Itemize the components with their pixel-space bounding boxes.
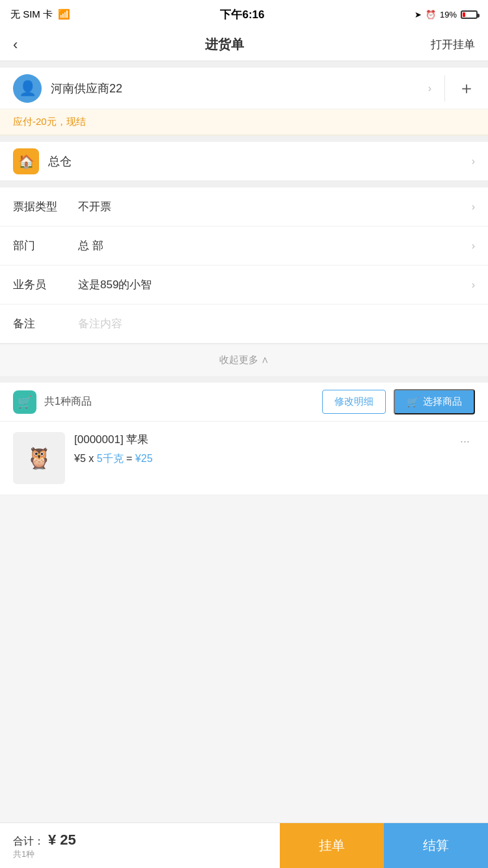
sales-chevron-icon: › — [472, 279, 475, 291]
supplier-name: 河南供应商22 — [51, 81, 428, 96]
hang-order-button[interactable]: 挂单 — [280, 823, 384, 869]
unit-price: ¥5 — [74, 453, 86, 464]
bottom-spacer — [0, 495, 488, 547]
equals-sign: = — [126, 453, 135, 464]
status-time: 下午6:16 — [220, 7, 264, 22]
sales-label: 业务员 — [13, 277, 72, 292]
supplier-row[interactable]: 👤 河南供应商22 › ＋ — [0, 68, 488, 109]
product-section: 🛒 共1种商品 修改明细 🛒 选择商品 🦉 [0000001] 苹果 ¥5 x … — [0, 383, 488, 495]
multiply-sign: x — [88, 453, 96, 464]
nav-bar: ‹ 进货单 打开挂单 — [0, 29, 488, 61]
product-header: 🛒 共1种商品 修改明细 🛒 选择商品 — [0, 383, 488, 422]
quantity: 5千克 — [97, 453, 124, 464]
divider-2 — [0, 181, 488, 187]
sales-value: 这是859的小智 — [72, 277, 472, 292]
product-price-row: ¥5 x 5千克 = ¥25 — [74, 452, 455, 466]
warehouse-row[interactable]: 🏠 总仓 › — [0, 142, 488, 181]
avatar: 👤 — [13, 74, 42, 103]
dept-chevron-icon: › — [472, 240, 475, 252]
product-total: ¥25 — [135, 453, 153, 464]
product-thumbnail: 🦉 — [13, 432, 65, 484]
invoice-chevron-icon: › — [472, 201, 475, 213]
modify-detail-button[interactable]: 修改明细 — [322, 390, 386, 414]
status-left: 无 SIM 卡 📶 — [10, 8, 70, 21]
total-label-row: 合计： ¥ 25 — [13, 832, 267, 848]
dept-row[interactable]: 部门 总 部 › — [0, 226, 488, 265]
open-hang-button[interactable]: 打开挂单 — [431, 37, 475, 52]
warehouse-section: 🏠 总仓 › — [0, 142, 488, 181]
remark-placeholder: 备注内容 — [72, 316, 475, 331]
status-right: ➤ ⏰ 19% — [414, 10, 478, 20]
total-amount: ¥ 25 — [48, 832, 76, 848]
more-options-button[interactable]: ··· — [455, 432, 475, 451]
product-info: [0000001] 苹果 ¥5 x 5千克 = ¥25 — [74, 432, 455, 466]
wifi-icon: 📶 — [58, 8, 70, 20]
warehouse-icon-wrap: 🏠 — [13, 148, 39, 174]
product-cart-icon: 🛒 — [18, 395, 32, 409]
product-item: 🦉 [0000001] 苹果 ¥5 x 5千克 = ¥25 ··· — [0, 422, 488, 495]
sales-row[interactable]: 业务员 这是859的小智 › — [0, 265, 488, 305]
chevron-right-icon: › — [428, 83, 431, 94]
form-section: 票据类型 不开票 › 部门 总 部 › 业务员 这是859的小智 › 备注 备注… — [0, 187, 488, 376]
divider-1 — [0, 135, 488, 142]
battery-text: 19% — [440, 10, 457, 20]
status-bar: 无 SIM 卡 📶 下午6:16 ➤ ⏰ 19% — [0, 0, 488, 29]
alert-banner: 应付-20元，现结 — [0, 109, 488, 135]
select-cart-icon: 🛒 — [407, 396, 419, 408]
house-icon: 🏠 — [18, 154, 34, 169]
dept-label: 部门 — [13, 238, 72, 253]
total-count: 共1种 — [13, 848, 267, 860]
product-name: [0000001] 苹果 — [74, 432, 455, 447]
product-owl-icon: 🦉 — [26, 446, 52, 470]
warehouse-name: 总仓 — [48, 154, 472, 169]
battery-icon — [461, 10, 478, 19]
bottom-bar: 合计： ¥ 25 共1种 挂单 结算 — [0, 822, 488, 868]
select-product-label: 选择商品 — [423, 396, 462, 408]
add-button[interactable]: ＋ — [458, 77, 475, 100]
checkout-button[interactable]: 结算 — [384, 823, 488, 869]
product-icon-wrap: 🛒 — [13, 390, 36, 414]
product-count: 共1种商品 — [44, 395, 322, 409]
back-button[interactable]: ‹ — [13, 36, 18, 53]
invoice-label: 票据类型 — [13, 199, 72, 214]
collapse-row[interactable]: 收起更多 ∧ — [0, 344, 488, 376]
dept-value: 总 部 — [72, 238, 472, 253]
product-id: [0000001] — [74, 433, 124, 446]
supplier-section: 👤 河南供应商22 › ＋ 应付-20元，现结 — [0, 68, 488, 135]
vertical-divider — [444, 75, 445, 102]
invoice-row[interactable]: 票据类型 不开票 › — [0, 187, 488, 226]
invoice-value: 不开票 — [72, 199, 472, 214]
location-icon: ➤ — [414, 10, 422, 20]
warehouse-chevron-icon: › — [472, 156, 475, 167]
product-title: 苹果 — [126, 433, 148, 446]
total-label: 合计： — [13, 835, 44, 848]
alarm-icon: ⏰ — [426, 10, 436, 20]
total-section: 合计： ¥ 25 共1种 — [0, 832, 280, 860]
top-divider — [0, 61, 488, 68]
page-title: 进货单 — [205, 36, 244, 53]
avatar-icon: 👤 — [19, 80, 36, 97]
collapse-label: 收起更多 ∧ — [219, 354, 269, 366]
alert-text: 应付-20元，现结 — [13, 116, 86, 127]
select-product-button[interactable]: 🛒 选择商品 — [394, 389, 475, 414]
remark-row[interactable]: 备注 备注内容 — [0, 305, 488, 344]
remark-label: 备注 — [13, 316, 72, 331]
divider-3 — [0, 376, 488, 383]
carrier-text: 无 SIM 卡 — [10, 8, 53, 21]
